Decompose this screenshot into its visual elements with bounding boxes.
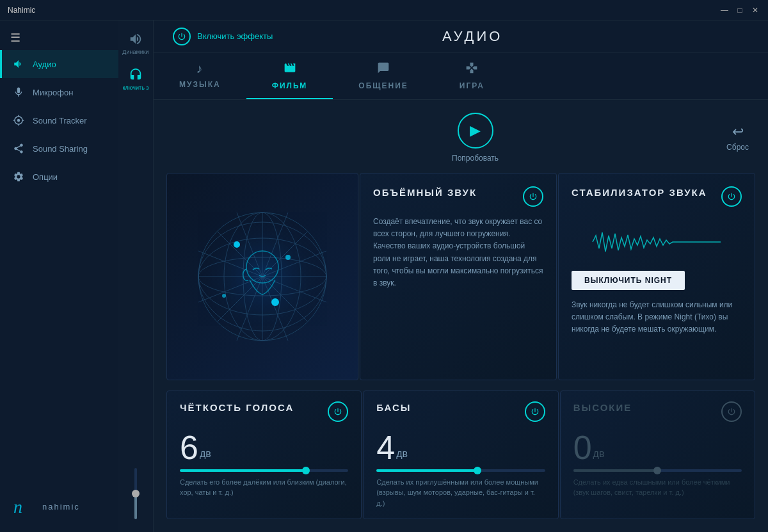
stabilizer-header: СТАБИЛИЗАТОР ЗВУКА xyxy=(572,186,742,207)
sphere-card xyxy=(166,173,358,380)
cards-top: ОБЪЁМНЫЙ ЗВУК Создаёт впечатление, что з… xyxy=(166,173,755,380)
svg-point-16 xyxy=(234,241,240,248)
sidebar-item-sound-tracker[interactable]: Sound Tracker xyxy=(0,106,118,134)
surround-card: ОБЪЁМНЫЙ ЗВУК Создаёт впечатление, что з… xyxy=(360,173,557,380)
reset-label: Сброс xyxy=(726,143,749,152)
window-controls: — □ ✕ xyxy=(719,5,760,15)
stabilizer-desc: Звук никогда не будет слишком сильным ил… xyxy=(572,299,742,336)
power-button[interactable]: Включить эффекты xyxy=(173,28,273,45)
try-circle: ▶ xyxy=(458,113,493,149)
treble-slider[interactable] xyxy=(573,469,742,472)
bass-card: БАСЫ 4 дв Сд xyxy=(363,391,558,520)
treble-title: ВЫСОКИЕ xyxy=(573,401,632,414)
tab-game[interactable]: ИГРА xyxy=(434,52,510,99)
sidebar-item-microphone[interactable]: Микрофон xyxy=(0,78,118,106)
speakers-button[interactable]: Динамики xyxy=(118,27,153,60)
maximize-button[interactable]: □ xyxy=(735,5,745,15)
tab-film[interactable]: ФИЛЬМ xyxy=(246,52,333,99)
svg-text:n: n xyxy=(13,497,22,517)
tab-chat-label: ОБЩЕНИЕ xyxy=(358,81,408,90)
surround-toggle[interactable] xyxy=(523,186,543,207)
film-icon xyxy=(282,61,298,77)
bass-toggle[interactable] xyxy=(525,401,545,422)
gear-icon xyxy=(12,170,25,183)
treble-db-unit: дв xyxy=(593,449,605,459)
hamburger-menu[interactable]: ☰ xyxy=(0,26,118,50)
reset-button[interactable]: ↩ Сброс xyxy=(726,124,749,152)
treble-card: ВЫСОКИЕ 0 дв xyxy=(560,391,755,520)
sidebar-options-label: Опции xyxy=(33,172,58,182)
voice-header: ЧЁТКОСТЬ ГОЛОСА xyxy=(180,401,348,422)
music-icon: ♪ xyxy=(196,61,204,76)
voice-slider[interactable] xyxy=(180,469,348,472)
sidebar-audio-label: Аудио xyxy=(33,60,56,69)
tab-chat[interactable]: ОБЩЕНИЕ xyxy=(333,52,434,99)
headphones-label: ключить з xyxy=(123,85,149,91)
try-label: Попробовать xyxy=(452,154,499,163)
voice-title: ЧЁТКОСТЬ ГОЛОСА xyxy=(180,401,294,414)
main-content: Включить эффекты АУДИО ♪ МУЗЫКА ФИЛЬМ xyxy=(154,20,768,532)
treble-desc: Сделать их едва слышными или более чётки… xyxy=(573,477,742,498)
bass-slider[interactable] xyxy=(376,469,545,472)
bass-header: БАСЫ xyxy=(376,401,545,422)
surround-title: ОБЪЁМНЫЙ ЗВУК xyxy=(373,186,477,199)
close-button[interactable]: ✕ xyxy=(750,5,760,15)
title-bar: Nahimic — □ ✕ xyxy=(0,0,768,20)
logo-text: nahimic xyxy=(42,502,80,512)
device-area: Динамики ключить з xyxy=(118,20,154,532)
try-button[interactable]: ▶ Попробовать xyxy=(452,113,499,163)
chat-icon xyxy=(376,61,391,77)
surround-header: ОБЪЁМНЫЙ ЗВУК xyxy=(373,186,543,207)
sphere-svg xyxy=(186,200,339,353)
headphones-button[interactable]: ключить з xyxy=(118,63,153,96)
reset-icon: ↩ xyxy=(732,124,744,140)
tab-film-label: ФИЛЬМ xyxy=(272,81,308,90)
speaker-icon xyxy=(12,58,25,70)
sidebar-item-options[interactable]: Опции xyxy=(0,163,118,191)
voice-db-unit: дв xyxy=(200,449,211,459)
cards-bottom: ЧЁТКОСТЬ ГОЛОСА 6 дв xyxy=(166,391,755,520)
svg-point-18 xyxy=(271,298,279,306)
svg-point-19 xyxy=(222,294,226,298)
voice-toggle[interactable] xyxy=(328,401,348,422)
surround-desc: Создаёт впечатление, что звук окружает в… xyxy=(373,216,543,289)
mic-icon xyxy=(12,86,25,99)
sidebar-item-sound-sharing[interactable]: Sound Sharing xyxy=(0,134,118,163)
tabs-row: ♪ МУЗЫКА ФИЛЬМ ОБЩЕНИЕ xyxy=(154,52,768,100)
treble-header: ВЫСОКИЕ xyxy=(573,401,742,422)
app-logo: n nahimic xyxy=(0,481,118,532)
svg-point-0 xyxy=(17,119,20,122)
sharing-icon xyxy=(12,142,25,155)
treble-db: 0 дв xyxy=(573,431,742,464)
tab-game-label: ИГРА xyxy=(460,81,484,90)
wave-svg xyxy=(572,226,742,258)
content-area: ▶ Попробовать ↩ Сброс xyxy=(154,100,768,532)
stabilizer-title: СТАБИЛИЗАТОР ЗВУКА xyxy=(572,186,707,199)
sidebar-mic-label: Микрофон xyxy=(33,88,73,97)
sidebar-item-audio[interactable]: Аудио xyxy=(0,50,118,78)
tab-music[interactable]: ♪ МУЗЫКА xyxy=(154,52,246,99)
power-icon xyxy=(173,28,191,45)
tab-music-label: МУЗЫКА xyxy=(179,80,221,89)
treble-toggle[interactable] xyxy=(721,401,742,422)
stabilizer-toggle[interactable] xyxy=(721,186,742,207)
sidebar-tracker-label: Sound Tracker xyxy=(33,116,87,125)
game-icon xyxy=(464,61,479,77)
bass-title: БАСЫ xyxy=(376,401,411,414)
bass-db-unit: дв xyxy=(396,449,408,459)
bass-db: 4 дв xyxy=(376,431,545,464)
speakers-label: Динамики xyxy=(122,49,148,55)
voice-db: 6 дв xyxy=(180,431,348,464)
stabilizer-card: СТАБИЛИЗАТОР ЗВУКА ВЫКЛЮЧИТЬ NIG xyxy=(558,173,755,380)
volume-slider-area xyxy=(134,468,137,532)
minimize-button[interactable]: — xyxy=(719,5,730,15)
app-container: ☰ Аудио Микрофон Sound Tr xyxy=(0,20,768,532)
bass-desc: Сделать их приглушёнными или более мощны… xyxy=(376,477,545,509)
night-button[interactable]: ВЫКЛЮЧИТЬ NIGHT xyxy=(572,271,685,290)
voice-desc: Сделать его более далёким или близким (д… xyxy=(180,477,348,498)
volume-slider[interactable] xyxy=(134,468,137,519)
tracker-icon xyxy=(12,114,25,127)
page-title: АУДИО xyxy=(442,28,503,45)
try-row: ▶ Попробовать ↩ Сброс xyxy=(166,113,755,163)
sidebar: ☰ Аудио Микрофон Sound Tr xyxy=(0,20,118,532)
